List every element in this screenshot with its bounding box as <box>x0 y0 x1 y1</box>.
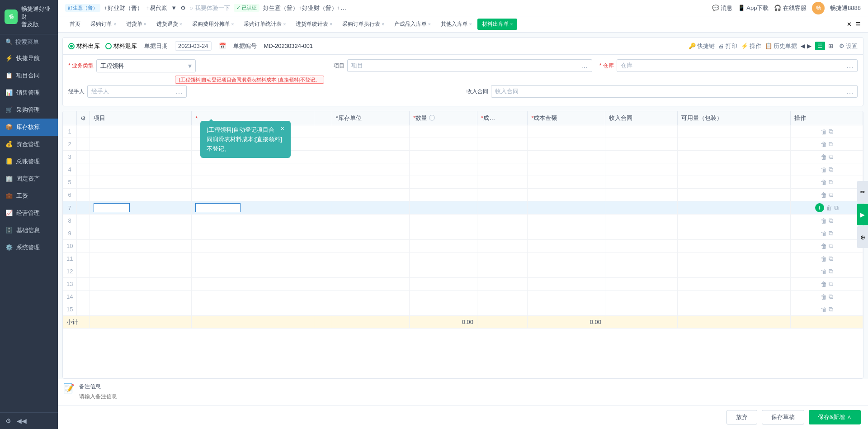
more-tabs-icon[interactable]: ☰ <box>855 21 861 28</box>
row-cost-14[interactable] <box>477 291 528 303</box>
view-list-btn[interactable]: ☰ <box>815 42 825 50</box>
copy-row-btn-15[interactable]: ⧉ <box>829 305 833 313</box>
row-spec-11[interactable] <box>314 253 332 265</box>
copy-row-btn-14[interactable]: ⧉ <box>829 293 833 300</box>
delete-row-btn-8[interactable]: 🗑 <box>821 217 827 224</box>
row-project-5[interactable] <box>90 176 192 189</box>
delete-row-btn-10[interactable]: 🗑 <box>821 243 827 250</box>
row-warehouse-unit-3[interactable] <box>332 151 410 163</box>
row-warehouse-unit-6[interactable] <box>332 189 410 201</box>
row-warehouse-unit-12[interactable] <box>332 265 410 278</box>
warehouse-input[interactable]: 仓库 … <box>617 59 858 72</box>
row-spec-3[interactable] <box>314 151 332 163</box>
tab-goods-return[interactable]: 进货退货 × <box>152 19 187 30</box>
row-warehouse-unit-10[interactable] <box>332 240 410 253</box>
income-contract-input[interactable]: 收入合同 … <box>491 85 858 98</box>
settings-icon-top[interactable]: ⚙ <box>180 5 186 11</box>
row-quantity-11[interactable] <box>410 253 477 265</box>
sidebar-item-purchase[interactable]: 🛒 采购管理 <box>0 101 58 119</box>
row-cost-13[interactable] <box>477 278 528 291</box>
row-project-3[interactable] <box>90 151 192 163</box>
tab-close-other-in[interactable]: × <box>469 22 472 27</box>
row-project-14[interactable] <box>90 291 192 303</box>
save-draft-button[interactable]: 保存草稿 <box>762 410 804 424</box>
row-material-11[interactable] <box>192 253 314 265</box>
row-income-contract-1[interactable] <box>605 125 677 138</box>
tab-close-purchase-stats[interactable]: × <box>283 22 286 27</box>
row-quantity-8[interactable] <box>410 214 477 227</box>
handler-dots[interactable]: … <box>175 87 183 95</box>
tab-close-purchase-exec[interactable]: × <box>382 22 384 27</box>
tab-goods-stats[interactable]: 进货单统计表 × <box>291 19 337 30</box>
row-material-12[interactable] <box>192 265 314 278</box>
row-cost-amount-11[interactable] <box>528 253 605 265</box>
row-project-11[interactable] <box>90 253 192 265</box>
row-cost-6[interactable] <box>477 189 528 201</box>
row-cost-amount-7[interactable] <box>528 201 605 214</box>
delete-row-btn-4[interactable]: 🗑 <box>821 166 827 173</box>
sidebar-item-basic-info[interactable]: 🗄️ 基础信息 <box>0 222 58 239</box>
business-type-input[interactable]: 工程领料 ▾ <box>96 59 196 72</box>
row-warehouse-unit-9[interactable] <box>332 227 410 240</box>
row-quantity-1[interactable] <box>410 125 477 138</box>
row-warehouse-unit-8[interactable] <box>332 214 410 227</box>
row-spec-1[interactable] <box>314 125 332 138</box>
row-spec-7[interactable] <box>314 201 332 214</box>
copy-row-btn-13[interactable]: ⧉ <box>829 280 833 288</box>
delete-row-btn-5[interactable]: 🗑 <box>821 179 827 186</box>
row-warehouse-unit-11[interactable] <box>332 253 410 265</box>
sidebar-item-finance[interactable]: 💰 资金管理 <box>0 136 58 153</box>
row-quantity-5[interactable] <box>410 176 477 189</box>
row-available-12[interactable] <box>677 265 790 278</box>
row-available-15[interactable] <box>677 303 790 316</box>
row-income-contract-12[interactable] <box>605 265 677 278</box>
delete-row-btn-9[interactable]: 🗑 <box>821 230 827 237</box>
row-warehouse-unit-4[interactable] <box>332 163 410 176</box>
discard-button[interactable]: 放弃 <box>726 410 757 424</box>
row-cost-amount-1[interactable] <box>528 125 605 138</box>
row-warehouse-unit-7[interactable] <box>332 201 410 214</box>
row-material-6[interactable] <box>192 189 314 201</box>
radio-material-return[interactable]: 材料退库 <box>105 42 137 50</box>
copy-row-btn-9[interactable]: ⧉ <box>829 229 833 237</box>
tab-close-purchase-order[interactable]: × <box>113 22 116 27</box>
row-cost-amount-13[interactable] <box>528 278 605 291</box>
row-quantity-15[interactable] <box>410 303 477 316</box>
row-project-6[interactable] <box>90 189 192 201</box>
row-cost-amount-3[interactable] <box>528 151 605 163</box>
sidebar-item-system[interactable]: ⚙️ 系统管理 <box>0 239 58 256</box>
copy-row-btn-12[interactable]: ⧉ <box>829 267 833 275</box>
sidebar-item-payroll[interactable]: 💼 工资 <box>0 187 58 205</box>
announce-dropdown[interactable]: ▼ <box>171 5 177 11</box>
right-mini-btn-top[interactable]: ✏ <box>857 181 868 203</box>
copy-row-btn-7[interactable]: ⧉ <box>834 204 839 212</box>
warehouse-dots[interactable]: … <box>846 62 854 70</box>
row-cost-9[interactable] <box>477 227 528 240</box>
tab-close-goods-stats[interactable]: × <box>330 22 332 27</box>
row-material-14[interactable] <box>192 291 314 303</box>
delete-row-btn-2[interactable]: 🗑 <box>821 141 827 148</box>
notes-input[interactable] <box>79 391 147 401</box>
date-value[interactable]: 2023-03-24 <box>175 41 212 51</box>
row-cost-amount-14[interactable] <box>528 291 605 303</box>
row-warehouse-unit-2[interactable] <box>332 138 410 151</box>
add-row-btn[interactable]: + <box>815 203 824 212</box>
delete-row-btn-13[interactable]: 🗑 <box>821 281 827 288</box>
row-warehouse-unit-15[interactable] <box>332 303 410 316</box>
right-mini-btn-bot[interactable]: ⊕ <box>857 226 868 248</box>
tab-purchase-stats[interactable]: 采购订单统计表 × <box>239 19 290 30</box>
project-input[interactable]: 项目 … <box>347 59 592 72</box>
row-project-12[interactable] <box>90 265 192 278</box>
row-available-5[interactable] <box>677 176 790 189</box>
row-income-contract-15[interactable] <box>605 303 677 316</box>
right-mini-btn-mid[interactable]: ▶ <box>857 204 868 225</box>
row-available-3[interactable] <box>677 151 790 163</box>
row-project-1[interactable] <box>90 125 192 138</box>
save-new-button[interactable]: 保存&新增 ∧ <box>809 410 861 424</box>
delete-row-btn-7[interactable]: 🗑 <box>826 204 832 211</box>
row-warehouse-unit-14[interactable] <box>332 291 410 303</box>
row-income-contract-5[interactable] <box>605 176 677 189</box>
row-quantity-3[interactable] <box>410 151 477 163</box>
delete-row-btn-1[interactable]: 🗑 <box>821 128 827 135</box>
row-income-contract-6[interactable] <box>605 189 677 201</box>
